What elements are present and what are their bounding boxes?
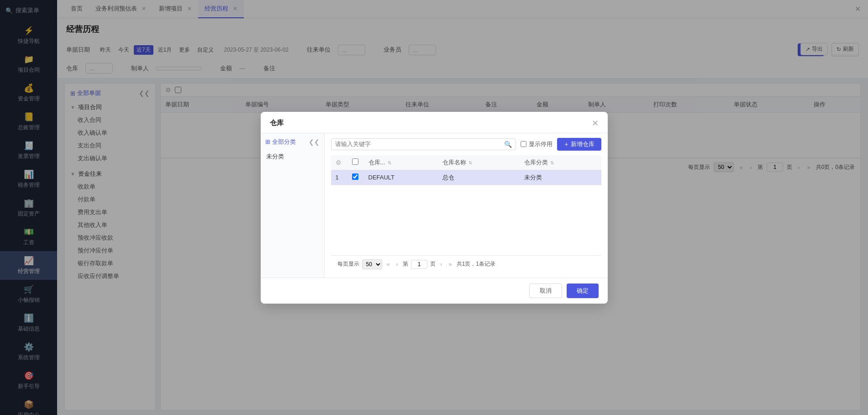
modal-toolbar: 🔍 显示停用 ＋ 新增仓库 [331, 138, 601, 151]
modal-table: ⚙ 仓库... ⇅ 仓库名称 [331, 155, 601, 185]
modal-first-page[interactable]: « [385, 260, 392, 268]
modal-prev-page[interactable]: ‹ [395, 260, 400, 268]
row-name: 总仓 [438, 170, 520, 185]
modal-close-button[interactable]: ✕ [592, 118, 599, 128]
modal-last-page[interactable]: » [447, 260, 453, 268]
modal-confirm-button[interactable]: 确定 [567, 284, 599, 298]
warehouse-modal: 仓库 ✕ ⊞ 全部分类 ❮❮ 未分类 [261, 112, 608, 304]
add-warehouse-button[interactable]: ＋ 新增仓库 [557, 138, 601, 151]
modal-select-all[interactable] [352, 158, 358, 165]
row-code: DEFAULT [364, 170, 438, 185]
show-disabled-checkbox[interactable] [521, 141, 526, 147]
modal-search-icon: 🔍 [504, 141, 512, 148]
modal-cat-unclassified[interactable]: 未分类 [261, 149, 324, 164]
modal-col-category: 仓库分类 ⇅ [520, 155, 601, 170]
modal-body: ⊞ 全部分类 ❮❮ 未分类 🔍 显示停用 [261, 133, 608, 278]
modal-col-checkbox [347, 155, 364, 170]
modal-pagination: 每页显示 50 « ‹ 第 页 › » 共1页，1条记录 [337, 259, 496, 269]
modal-col-name: 仓库名称 ⇅ [438, 155, 520, 170]
modal-category-panel: ⊞ 全部分类 ❮❮ 未分类 [261, 133, 325, 278]
modal-search-box: 🔍 [331, 138, 516, 150]
modal-table-row[interactable]: 1 DEFAULT 总仓 未分类 [331, 170, 601, 185]
modal-cancel-button[interactable]: 取消 [529, 284, 562, 298]
modal-page-input[interactable] [411, 260, 427, 269]
sort-code-icon: ⇅ [388, 160, 391, 165]
show-disabled-label[interactable]: 显示停用 [521, 140, 552, 148]
modal-header: 仓库 ✕ [261, 112, 608, 133]
modal-gear-icon[interactable]: ⚙ [336, 159, 342, 166]
sort-name-icon: ⇅ [468, 160, 472, 165]
row-category: 未分类 [520, 170, 601, 185]
modal-left-collapse[interactable]: ❮❮ [309, 138, 320, 146]
row-checkbox-cell [347, 170, 364, 185]
modal-next-page[interactable]: › [438, 260, 444, 268]
modal-overlay: 仓库 ✕ ⊞ 全部分类 ❮❮ 未分类 [0, 0, 868, 415]
modal-footer-actions: 取消 确定 [261, 278, 608, 304]
modal-col-code: 仓库... ⇅ [364, 155, 438, 170]
modal-table-header-row: ⚙ 仓库... ⇅ 仓库名称 [331, 155, 601, 170]
sort-cat-icon: ⇅ [550, 160, 554, 165]
modal-pagination-bar: 每页显示 50 « ‹ 第 页 › » 共1页，1条记录 [331, 255, 601, 273]
modal-col-settings: ⚙ [331, 155, 347, 170]
row-seq: 1 [331, 170, 347, 185]
modal-search-input[interactable] [335, 141, 501, 147]
row-checkbox[interactable] [352, 173, 358, 180]
modal-table-wrap: ⚙ 仓库... ⇅ 仓库名称 [331, 155, 601, 255]
modal-category-title: ⊞ 全部分类 [265, 138, 296, 146]
modal-page-size-select[interactable]: 50 [362, 259, 382, 269]
modal-title: 仓库 [270, 119, 284, 127]
grid-icon2: ⊞ [265, 138, 270, 145]
modal-left-header: ⊞ 全部分类 ❮❮ [261, 133, 324, 149]
modal-right-panel: 🔍 显示停用 ＋ 新增仓库 ⚙ [325, 133, 608, 278]
